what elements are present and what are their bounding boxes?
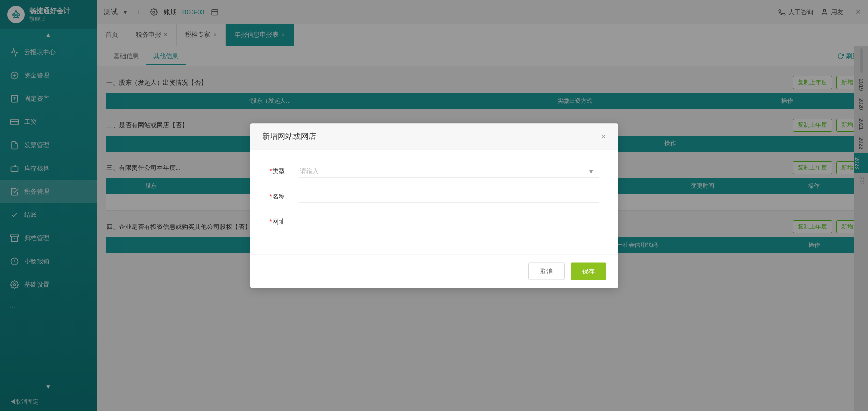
form-item-url: *网址 [270, 214, 599, 228]
modal-close-button[interactable]: × [601, 131, 606, 141]
url-input-wrapper [299, 214, 599, 228]
add-website-modal: 新增网站或网店 × *类型 ▼ *名称 *网址 [250, 123, 618, 288]
modal-header: 新增网站或网店 × [250, 123, 618, 150]
type-label: *类型 [270, 167, 299, 175]
type-dropdown-icon[interactable]: ▼ [588, 167, 595, 175]
name-label: *名称 [270, 192, 299, 200]
modal-footer: 取消 保存 [250, 254, 618, 288]
save-button[interactable]: 保存 [571, 262, 606, 280]
cancel-button[interactable]: 取消 [528, 262, 565, 280]
name-input[interactable] [299, 189, 599, 203]
modal-title: 新增网站或网店 [262, 131, 316, 141]
name-input-wrapper [299, 189, 599, 203]
type-input-wrapper: ▼ [299, 164, 599, 178]
modal-body: *类型 ▼ *名称 *网址 [250, 150, 618, 254]
type-input[interactable] [299, 164, 599, 178]
url-input[interactable] [299, 214, 599, 228]
url-label: *网址 [270, 217, 299, 226]
form-item-type: *类型 ▼ [270, 164, 599, 178]
form-item-name: *名称 [270, 189, 599, 203]
